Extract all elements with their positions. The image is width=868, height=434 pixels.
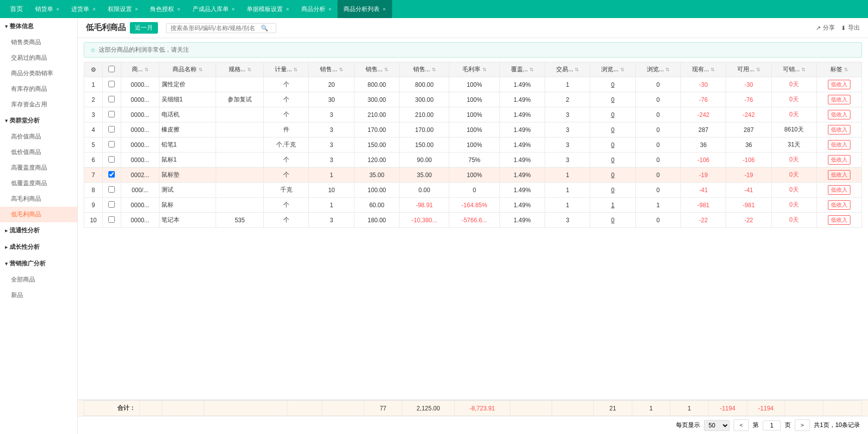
col-sale-count[interactable]: 销售... ⇅ [309,62,354,77]
row-checkbox[interactable] [108,81,115,87]
share-button[interactable]: ↗ 分享 [816,24,835,32]
row-checkbox[interactable] [108,126,115,132]
col-code[interactable]: 商... ⇅ [121,62,159,77]
row-checkbox[interactable] [108,111,115,117]
nav-goods-analysis-list[interactable]: 商品分析列表 × [337,0,392,18]
row-browse1[interactable]: 0 [590,107,635,122]
row-checkbox[interactable] [108,216,115,223]
sidebar-item-high-margin[interactable]: 高毛利商品 [0,191,77,207]
time-filter-button[interactable]: 近一月 [130,22,158,34]
sidebar-item-traded-products[interactable]: 交易过的商品 [0,50,77,66]
row-checkbox-cell[interactable] [103,77,121,92]
nav-template-close[interactable]: × [286,6,289,12]
col-sale-profit[interactable]: 销售... ⇅ [400,62,449,77]
sidebar-group-overall[interactable]: ▾ 整体信息 [0,18,77,35]
sidebar-item-stock-products[interactable]: 有库存的商品 [0,81,77,97]
row-num: 7 [84,168,103,183]
nav-goods-close[interactable]: × [328,6,331,12]
sidebar-item-high-coverage[interactable]: 高覆盖度商品 [0,160,77,176]
sidebar-item-low-value[interactable]: 低价值商品 [0,144,77,160]
row-browse1[interactable]: 1 [590,198,635,213]
table-row: 2 0000... 吴细细1 参加复试 个 30 300.00 300.00 1… [84,92,862,107]
row-checkbox[interactable] [108,171,115,178]
sidebar-group-cluster[interactable]: ▾ 类群堂分析 [0,112,77,129]
row-browse1[interactable]: 0 [590,213,635,228]
sidebar-item-low-coverage[interactable]: 低覆盖度商品 [0,176,77,191]
col-browse1[interactable]: 浏览... ⇅ [590,62,635,77]
col-settings[interactable]: ⚙ [84,62,103,77]
row-checkbox[interactable] [108,96,115,102]
next-page-button[interactable]: ＞ [795,419,810,431]
sidebar-item-high-value[interactable]: 高价值商品 [0,129,77,144]
nav-product-entry[interactable]: 产成品入库单 × [187,0,241,18]
row-browse1[interactable]: 0 [590,137,635,153]
nav-sales[interactable]: 销货单 × [29,0,65,18]
col-cover-rate[interactable]: 覆盖... ⇅ [499,62,545,77]
nav-goods-list-close[interactable]: × [383,6,386,12]
sidebar-item-low-margin[interactable]: 低毛利商品 [0,207,77,222]
sidebar-item-capital[interactable]: 库存资金占用 [0,97,77,112]
sidebar-item-category-rate[interactable]: 商品分类助销率 [0,66,77,81]
nav-product-close[interactable]: × [232,6,235,12]
nav-purchase-close[interactable]: × [92,6,95,12]
row-checkbox-cell[interactable] [103,168,121,183]
row-spec [216,153,264,168]
row-cover-rate: 1.49% [499,183,545,198]
row-browse1[interactable]: 0 [590,122,635,137]
col-current[interactable]: 现有... ⇅ [681,62,726,77]
row-browse2: 0 [635,153,680,168]
page-number-input[interactable] [763,420,781,430]
row-browse1[interactable]: 0 [590,183,635,198]
row-tag: 低收入 [817,198,862,213]
sidebar-item-sale-products[interactable]: 销售类商品 [0,35,77,50]
row-checkbox-cell[interactable] [103,213,121,228]
sidebar-group-growth[interactable]: ▸ 成长性分析 [0,239,77,255]
row-sale-price: 120.00 [354,153,399,168]
row-checkbox-cell[interactable] [103,153,121,168]
nav-goods-analysis[interactable]: 商品分析 × [295,0,337,18]
sidebar-group-flow[interactable]: ▸ 流通性分析 [0,222,77,239]
col-sale-price[interactable]: 销售... ⇅ [354,62,399,77]
prev-page-button[interactable]: ＜ [734,419,749,431]
row-checkbox-cell[interactable] [103,107,121,122]
col-checkbox[interactable] [103,62,121,77]
col-trade[interactable]: 交易... ⇅ [545,62,590,77]
nav-permissions-close[interactable]: × [135,6,138,12]
nav-home[interactable]: 首页 [4,0,29,18]
col-available[interactable]: 可用... ⇅ [726,62,771,77]
page-size-select[interactable]: 20 50 100 [704,420,730,431]
nav-purchase[interactable]: 进货单 × [65,0,101,18]
row-checkbox[interactable] [108,201,115,208]
col-tag[interactable]: 标签 ⇅ [817,62,862,77]
row-browse1[interactable]: 0 [590,168,635,183]
sidebar-item-new-products[interactable]: 新品 [0,287,77,303]
col-unit[interactable]: 计量... ⇅ [264,62,309,77]
sidebar-item-all-products[interactable]: 全部商品 [0,272,77,287]
col-browse2[interactable]: 浏览... ⇅ [635,62,680,77]
search-input[interactable] [170,25,261,32]
row-checkbox[interactable] [108,186,115,193]
nav-template[interactable]: 单据模板设置 × [241,0,295,18]
nav-sales-close[interactable]: × [56,6,59,12]
row-browse1[interactable]: 0 [590,92,635,107]
col-name[interactable]: 商品名称 ⇅ [159,62,216,77]
row-checkbox-cell[interactable] [103,92,121,107]
row-checkbox[interactable] [108,156,115,163]
row-checkbox[interactable] [108,141,115,148]
row-checkbox-cell[interactable] [103,198,121,213]
col-spec[interactable]: 规格... ⇅ [216,62,264,77]
nav-roles-close[interactable]: × [177,6,180,12]
row-checkbox-cell[interactable] [103,122,121,137]
nav-roles[interactable]: 角色授权 × [144,0,186,18]
nav-permissions[interactable]: 权限设置 × [102,0,144,18]
sidebar-group-marketing[interactable]: ▾ 营销推广分析 [0,255,77,272]
col-gross-rate[interactable]: 毛利率 ⇅ [449,62,499,77]
row-browse1[interactable]: 0 [590,153,635,168]
row-browse1[interactable]: 0 [590,77,635,92]
row-checkbox-cell[interactable] [103,137,121,153]
export-button[interactable]: ⬇ 导出 [841,24,860,32]
col-saleable[interactable]: 可销... ⇅ [771,62,816,77]
row-checkbox-cell[interactable] [103,183,121,198]
select-all-checkbox[interactable] [108,66,115,72]
row-browse2: 0 [635,213,680,228]
